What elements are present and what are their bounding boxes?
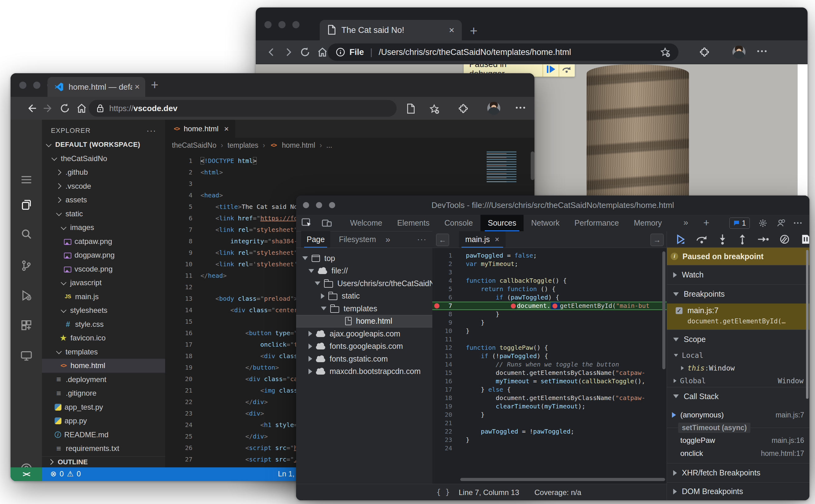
close-button[interactable] [303,202,309,208]
new-tab-button[interactable]: + [470,24,478,38]
call-stack-section[interactable]: Call Stack [667,387,809,405]
debugger-scrollbar[interactable] [806,250,808,399]
bookmark-star-icon[interactable] [429,104,439,114]
profile-icon[interactable] [777,218,786,228]
breadcrumb-item[interactable]: home.html [282,141,315,150]
cursor-position[interactable]: Ln 1, [257,470,295,478]
explorer-item[interactable]: catpaw.png [42,235,165,249]
explorer-item[interactable]: style.css [42,317,165,331]
explorer-item[interactable]: assets [42,193,165,207]
source-line[interactable]: 20 } [432,411,667,419]
breakpoint-checkbox[interactable]: ✓ [676,307,682,314]
source-line[interactable]: 2var myTimeout; [432,260,667,268]
step-button[interactable] [758,235,769,243]
source-line[interactable]: 7 document.getElementById("main-but [432,302,667,310]
profile-avatar[interactable] [732,46,745,59]
navigator-more-icon[interactable]: ··· [412,231,432,248]
explorer-item[interactable]: requirements.txt [42,442,165,456]
code-line[interactable]: 3 [165,178,534,190]
close-editor-icon[interactable]: × [224,124,229,134]
lock-icon[interactable] [96,104,104,113]
problems-indicator[interactable]: ⊗ 0 ⚠ 0 [50,470,81,478]
explorer-item[interactable]: app_test.py [42,400,165,414]
source-line[interactable]: 22 pawToggled = !pawToggled; [432,427,667,436]
navigator-item[interactable]: templates [296,302,432,315]
source-line[interactable]: 13 if (!pawToggled) { [432,352,667,360]
extensions-puzzle-icon[interactable] [700,47,710,57]
source-line[interactable]: 5 return function () { [432,285,667,293]
stack-frame[interactable]: onclickhome.html:17 [667,447,809,460]
explorer-item[interactable]: DEFAULT (WORKSPACE) [42,138,165,152]
source-line[interactable]: 18 document.getElementsByClassName("catp… [432,394,667,402]
explorer-item[interactable]: home.html [42,359,165,373]
menu-dots-icon[interactable] [516,107,525,109]
home-icon[interactable] [317,47,328,57]
explorer-item[interactable]: theCatSaidNo [42,152,165,166]
explorer-item[interactable]: .gitignore [42,386,165,400]
back-icon[interactable] [26,103,37,114]
expander[interactable] [681,366,684,370]
explorer-more-icon[interactable]: ··· [146,126,156,136]
close-button[interactable] [264,21,272,28]
expander[interactable] [674,379,677,383]
explorer-item[interactable]: README.md [42,428,165,442]
close-source-icon[interactable]: × [495,235,499,244]
inspect-element-icon[interactable] [302,218,312,228]
pause-on-exceptions-button[interactable] [800,234,809,245]
device-toolbar-icon[interactable] [322,218,332,228]
settings-gear-icon[interactable] [758,218,768,228]
zoom-button[interactable] [329,202,335,208]
devtools-tab-elements[interactable]: Elements [390,215,437,231]
address-bar[interactable]: https://vscode.dev [89,100,397,117]
source-line[interactable]: 14 // Runs when we toggle the button [432,360,667,369]
bookmark-star-icon[interactable] [660,47,670,57]
open-in-new-icon[interactable]: → [651,234,664,246]
editor-tab-home-html[interactable]: home.html × [165,120,235,138]
zoom-button[interactable] [292,21,299,28]
vertical-scrollbar[interactable] [662,251,665,369]
horizontal-scrollbar[interactable] [460,478,665,481]
stack-frame[interactable]: togglePawmain.js:16 [667,434,809,447]
navigator-item[interactable]: fonts.googleapis.com [296,340,432,353]
reload-icon[interactable] [60,103,70,114]
navigator-item[interactable]: home.html [296,315,432,328]
explorer-item[interactable]: images [42,221,165,235]
navigator-item[interactable]: ajax.googleapis.com [296,327,432,340]
minimap[interactable] [487,151,530,186]
home-icon[interactable] [76,103,87,114]
new-tab-button[interactable]: + [151,78,159,92]
scope-row-global[interactable]: GlobalWindow [667,374,809,387]
step-into-button[interactable] [718,234,727,245]
navigator-item[interactable]: top [296,252,432,265]
code-line[interactable]: 2<html> [165,167,534,178]
source-line[interactable]: 3 [432,268,667,277]
dom-breakpoints-section[interactable]: DOM Breakpoints [667,482,809,500]
explorer-item[interactable]: favicon.ico [42,331,165,345]
explorer-item[interactable]: vscode.png [42,262,165,276]
devtools-tab-console[interactable]: Console [437,215,480,231]
source-line[interactable]: 16 myTimeout = setTimeout(callbackToggle… [432,377,667,385]
add-panel-icon[interactable]: + [703,215,709,231]
devtools-tab-memory[interactable]: Memory [626,215,669,231]
back-icon[interactable] [266,47,277,57]
navigator-item[interactable]: file:// [296,265,432,277]
expander[interactable] [674,354,678,357]
info-icon[interactable] [336,47,345,57]
tab-page[interactable]: Page [301,231,330,248]
source-line[interactable]: 19 clearTimeout(myTimeout); [432,402,667,411]
menu-icon[interactable] [11,169,42,191]
close-button[interactable] [19,82,26,89]
xhr-breakpoints-section[interactable]: XHR/fetch Breakpoints [667,463,809,482]
tab-filesystem[interactable]: Filesystem [333,231,381,248]
step-out-button[interactable] [738,234,747,245]
minimize-button[interactable] [278,21,286,28]
source-line[interactable]: 9 } [432,318,667,327]
deactivate-breakpoints-button[interactable] [779,234,790,245]
source-line[interactable]: 8 } [432,310,667,318]
reload-icon[interactable] [300,47,310,57]
source-line[interactable]: 23} [432,436,667,444]
step-over-button[interactable] [559,64,575,77]
minimize-button[interactable] [316,202,322,208]
devtools-tab-welcome[interactable]: Welcome [343,215,390,231]
extensions-icon[interactable] [11,314,42,336]
